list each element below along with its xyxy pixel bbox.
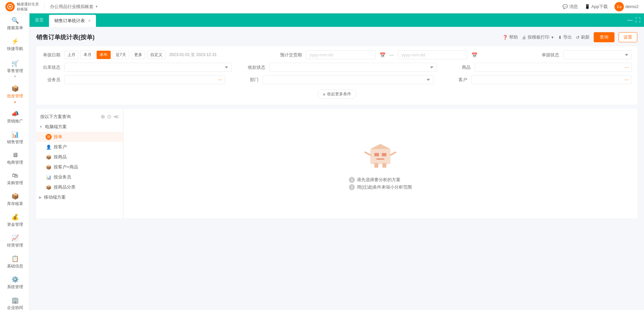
customer-label: 客户 (448, 77, 467, 83)
sidebar-item-sales[interactable]: 📊 销售管理 (0, 127, 29, 148)
salesperson-input[interactable] (66, 75, 216, 84)
pc-scheme-section-header[interactable]: ▼ 电脑端方案 (36, 122, 123, 132)
sidebar-item-wholesale[interactable]: 📦 批发管理 ▲ (0, 82, 29, 107)
top-bar: 畅捷通好生意 标账版 办公用品行业模拟账套 ▼ 💬 消息 📱 App下载 Ea … (0, 0, 644, 13)
tab-home[interactable]: 首页 (30, 13, 49, 27)
date-btn-last-month[interactable]: 上月 (64, 51, 78, 59)
enterprise-icon: 🏢 (11, 297, 19, 304)
sidebar-item-enterprise[interactable]: 🏢 企业协同 (0, 293, 29, 310)
sidebar-item-basic-info[interactable]: 📋 基础信息 (0, 252, 29, 272)
page-title: 销售订单统计表(按单) (36, 33, 95, 41)
sidebar-item-finance[interactable]: 💰 资金管理 (0, 210, 29, 231)
collapse-panel-icon[interactable]: ≪ (113, 113, 119, 120)
tab-close-icon[interactable]: × (88, 18, 91, 23)
message-icon: 💬 (562, 4, 568, 9)
svg-rect-4 (382, 153, 386, 156)
empty-state-hints: 1 请先选择要分析的方案 2 用[过滤]条件来缩小分析范围 (349, 175, 412, 192)
tree-item-by-salesperson[interactable]: 📊 按业务员 (36, 172, 123, 182)
operations-icon: 📈 (11, 234, 19, 242)
goods-input[interactable] (476, 63, 623, 71)
user-menu[interactable]: Ea demo2 (614, 2, 639, 11)
tab-bar: 首页 销售订单统计表 × — ⛶ (30, 13, 644, 27)
print-template-button[interactable]: 🖨 按模板打印 ▼ (522, 34, 554, 40)
customer-goods-tree-icon: 📦 (46, 165, 52, 170)
sidebar-item-ecommerce[interactable]: 🖥 电商管理 (0, 148, 29, 169)
department-label: 部门 (240, 77, 259, 83)
calendar-from-icon[interactable]: 📅 (380, 52, 385, 58)
top-bar-right: 💬 消息 📱 App下载 Ea demo2 (562, 2, 639, 11)
export-button[interactable]: ⬇ 导出 (558, 34, 572, 40)
sidebar-item-marketing[interactable]: 📣 营销推广 (0, 107, 29, 127)
svg-rect-9 (382, 163, 386, 168)
svg-line-6 (365, 152, 370, 155)
search-icon: 🔍 (11, 17, 19, 24)
date-btn-this-year[interactable]: 本年 (97, 51, 111, 59)
tree-item-by-order[interactable]: 按 按单 (36, 132, 123, 142)
shipment-status-select[interactable] (64, 63, 232, 72)
sidebar-item-purchase[interactable]: 🛍 采购管理 (0, 169, 29, 189)
sidebar-item-search-menu[interactable]: 🔍 搜索菜单 (0, 13, 29, 34)
avatar: Ea (614, 2, 624, 11)
expand-icon: ▼ (14, 75, 17, 78)
date-btn-more[interactable]: 更多 (131, 51, 145, 59)
date-btn-custom[interactable]: 自定义 (147, 51, 165, 59)
page-content: 销售订单统计表(按单) ❓ 帮助 🖨 按模板打印 ▼ ⬇ (30, 27, 644, 310)
svg-rect-3 (374, 153, 379, 156)
date-buttons-group: 上月 本月 本年 近7天 更多 自定义 (64, 51, 165, 59)
app-download-button[interactable]: 📱 App下载 (585, 4, 608, 10)
help-button[interactable]: ❓ 帮助 (502, 34, 518, 40)
chevron-print-icon: ▼ (551, 36, 554, 39)
order-status-select[interactable] (563, 50, 632, 59)
salesperson-ellipsis-btn[interactable]: ··· (216, 77, 223, 83)
refresh-button[interactable]: ↺ 刷新 (576, 34, 590, 40)
finance-icon: 💰 (11, 213, 19, 221)
tree-item-by-customer[interactable]: 👤 按客户 (36, 142, 123, 152)
sales-icon: 📊 (11, 131, 19, 138)
calendar-to-icon[interactable]: 📅 (472, 52, 477, 58)
message-button[interactable]: 💬 消息 (562, 4, 578, 10)
sidebar-item-inventory[interactable]: 📦 库存核算 (0, 189, 29, 210)
sidebar-item-retail[interactable]: 🛒 零售管理 ▼ (0, 56, 29, 82)
date-btn-this-month[interactable]: 本月 (80, 51, 95, 59)
page-inner: 销售订单统计表(按单) ❓ 帮助 🖨 按模板打印 ▼ ⬇ (30, 27, 644, 224)
tab-sales-stats[interactable]: 销售订单统计表 × (49, 15, 96, 27)
goods-ellipsis-btn[interactable]: ··· (623, 64, 630, 70)
expected-delivery-to[interactable] (398, 50, 468, 59)
date-btn-last-7days[interactable]: 近7天 (113, 51, 129, 59)
top-bar-left: 畅捷通好生意 标账版 办公用品行业模拟账套 ▼ (5, 2, 98, 11)
sidebar: 🔍 搜索菜单 ⚡ 快捷导航 🛒 零售管理 ▼ 📦 批发管理 ▲ 📣 营销推广 📊… (0, 13, 30, 310)
shipment-status-label: 出库状态 (42, 64, 60, 70)
app-selector[interactable]: 办公用品行业模拟账套 ▼ (50, 4, 98, 10)
department-select[interactable] (263, 75, 433, 84)
logo-area: 畅捷通好生意 标账版 (5, 2, 39, 11)
customer-ellipsis-btn[interactable]: ··· (623, 77, 630, 83)
mobile-scheme-section-header[interactable]: ▶ 移动端方案 (36, 192, 123, 202)
settings-scheme-icon[interactable]: ⊙ (107, 113, 111, 120)
collection-status-select[interactable] (269, 63, 437, 72)
tree-item-by-goods[interactable]: 📦 按商品 (36, 152, 123, 162)
customer-field: ··· (471, 75, 632, 84)
goods-category-tree-icon: 📦 (46, 185, 52, 190)
maximize-icon[interactable]: ⛶ (635, 17, 641, 23)
settings-button[interactable]: 设置 (619, 32, 637, 42)
collapse-icon: ∧ (323, 92, 326, 97)
main-layout: 🔍 搜索菜单 ⚡ 快捷导航 🛒 零售管理 ▼ 📦 批发管理 ▲ 📣 营销推广 📊… (0, 13, 644, 310)
minimize-icon[interactable]: — (627, 17, 633, 23)
sidebar-item-system[interactable]: ⚙️ 系统管理 (0, 272, 29, 293)
sidebar-item-quick-nav[interactable]: ⚡ 快捷导航 (0, 34, 29, 55)
query-button[interactable]: 查询 (594, 32, 614, 42)
tree-item-by-customer-goods[interactable]: 📦 按客户+商品 (36, 162, 123, 172)
expected-delivery-label: 预计交货期 (280, 52, 302, 58)
empty-state: 1 请先选择要分析的方案 2 用[过滤]条件来缩小分析范围 (123, 109, 637, 218)
expected-delivery-from[interactable] (306, 50, 376, 59)
add-scheme-icon[interactable]: ⊕ (101, 113, 105, 120)
collapse-button[interactable]: ∧ 收起更多条件 (318, 90, 356, 99)
left-panel-header: 按以下方案查询 ⊕ ⊙ ≪ (36, 111, 123, 122)
wholesale-icon: 📦 (11, 85, 19, 92)
content-area: 按以下方案查询 ⊕ ⊙ ≪ ▼ 电脑端方案 (36, 109, 637, 218)
date-label: 单据日期 (42, 52, 60, 58)
tree-item-by-goods-category[interactable]: 📦 按商品分类 (36, 182, 123, 192)
customer-input[interactable] (473, 75, 623, 84)
sidebar-item-operations[interactable]: 📈 经营管理 (0, 231, 29, 252)
page-header: 销售订单统计表(按单) ❓ 帮助 🖨 按模板打印 ▼ ⬇ (36, 32, 637, 42)
